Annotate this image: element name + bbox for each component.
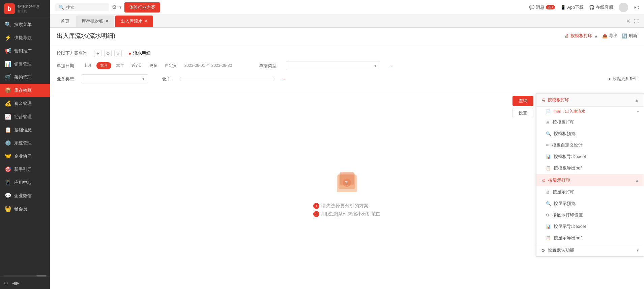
online-service-button[interactable]: 🎧 在线客服 bbox=[589, 4, 613, 10]
template-custom-action[interactable]: ✏ 模板自定义设计 bbox=[536, 139, 644, 151]
export-icon: 📤 bbox=[602, 33, 608, 38]
printer-icon: 🖨 bbox=[565, 33, 569, 38]
sidebar-item-label: 经营管理 bbox=[14, 114, 32, 120]
excel-icon: 📊 bbox=[546, 154, 551, 159]
sidebar-item-finance[interactable]: 💰 资金管理 bbox=[0, 97, 50, 110]
template-print-button[interactable]: 🖨 按模板打印 ▲ bbox=[565, 33, 598, 39]
tab-flow[interactable]: 出入库流水 ✕ bbox=[115, 16, 153, 27]
tab-batch-close-icon[interactable]: ✕ bbox=[106, 19, 109, 23]
headset-icon: 🎧 bbox=[589, 5, 594, 10]
refresh-label: 刷新 bbox=[628, 33, 637, 39]
more-dots-button[interactable]: ··· bbox=[388, 63, 392, 68]
sidebar-item-sales[interactable]: 📊 销售管理 bbox=[0, 57, 50, 71]
display-preview-action[interactable]: 🔍 按显示预览 bbox=[536, 198, 644, 209]
template-print-label: 按模板打印 bbox=[570, 33, 592, 39]
business-type-select[interactable]: ▾ bbox=[81, 74, 148, 83]
chevron-down-icon: ▾ bbox=[374, 63, 377, 68]
date-option-more[interactable]: 更多 bbox=[147, 62, 160, 69]
sidebar-item-purchase[interactable]: 🛒 采购管理 bbox=[0, 71, 50, 84]
date-option-current-month[interactable]: 本月 bbox=[96, 62, 111, 69]
template-export-excel-action[interactable]: 📊 按模板导出excel bbox=[536, 151, 644, 162]
display-print-settings-action[interactable]: ⚙ 按显示打印设置 bbox=[536, 209, 644, 221]
template-export-pdf-action[interactable]: 📋 按模板导出pdf bbox=[536, 162, 644, 174]
display-export-pdf-action[interactable]: 📋 按显示导出pdf bbox=[536, 232, 644, 244]
date-field-label: 单据日期 bbox=[57, 63, 74, 69]
settings-icon[interactable]: ⚙ bbox=[4, 281, 8, 286]
sidebar-item-business[interactable]: 📈 经营管理 bbox=[0, 110, 50, 123]
sidebar-item-marketing[interactable]: 📢 营销推广 bbox=[0, 44, 50, 57]
search-input[interactable] bbox=[66, 5, 100, 10]
step-1-number: 1 bbox=[313, 203, 319, 209]
export-button[interactable]: 📤 导出 bbox=[602, 33, 618, 39]
crown-icon: 👑 bbox=[5, 206, 11, 212]
page-header: 出入库流水(流水明细) 🖨 按模板打印 ▲ 📤 导出 🔄 刷新 bbox=[50, 28, 644, 44]
filter-action-buttons: + ⚙ « bbox=[94, 50, 122, 57]
template-preview-action[interactable]: 🔍 按模板预览 bbox=[536, 128, 644, 139]
settings-default-icon: ⚙ bbox=[541, 248, 545, 253]
column-settings-button[interactable]: 设置 bbox=[513, 108, 533, 118]
sidebar-item-member[interactable]: 👑 畅会员 bbox=[0, 202, 50, 215]
collapse-filter-button[interactable]: « bbox=[114, 50, 122, 57]
date-option-custom[interactable]: 自定义 bbox=[162, 62, 180, 69]
pdf-icon: 📋 bbox=[546, 236, 551, 240]
tab-batch-account[interactable]: 库存批次账 ✕ bbox=[76, 16, 114, 27]
sidebar-item-label: 应用中心 bbox=[14, 180, 32, 186]
document-type-select[interactable]: ▾ bbox=[286, 61, 380, 70]
chevron-up-icon: ▲ bbox=[594, 33, 598, 38]
sub-tag-label: 流水明细 bbox=[133, 50, 151, 56]
current-template-label: 当前：出入库流水 bbox=[553, 109, 585, 114]
tab-batch-account-label: 库存批次账 bbox=[82, 18, 104, 24]
chevron-down-icon: ▾ bbox=[142, 76, 145, 81]
sidebar-item-apps[interactable]: 📱 应用中心 bbox=[0, 176, 50, 189]
filter-settings-button[interactable]: ⚙ bbox=[104, 50, 112, 57]
tab-flow-close-icon[interactable]: ✕ bbox=[145, 19, 148, 23]
add-filter-button[interactable]: + bbox=[94, 50, 101, 57]
design-icon: ✏ bbox=[546, 143, 549, 148]
date-option-current-year[interactable]: 本年 bbox=[113, 62, 127, 69]
tab-home[interactable]: 首页 bbox=[55, 16, 75, 27]
dropdown-arrow-icon[interactable]: ▾ bbox=[119, 5, 122, 10]
warehouse-select[interactable] bbox=[180, 77, 274, 81]
sidebar-item-label: 搜索菜单 bbox=[14, 22, 32, 28]
template-doc-icon: 📄 bbox=[546, 109, 551, 114]
trend-icon: 📈 bbox=[5, 113, 11, 120]
sidebar-item-guide[interactable]: 🎯 新手引导 bbox=[0, 163, 50, 176]
sidebar-item-system[interactable]: ⚙️ 系统管理 bbox=[0, 136, 50, 150]
refresh-button[interactable]: 🔄 刷新 bbox=[622, 33, 637, 39]
app-download-button[interactable]: 📱 App下载 bbox=[560, 4, 584, 10]
settings-gear-icon[interactable]: ⚙ bbox=[112, 4, 117, 10]
template-print-action[interactable]: 🖨 按模板打印 bbox=[536, 116, 644, 128]
current-template-item[interactable]: 📄 当前：出入库流水 ▾ bbox=[536, 107, 644, 116]
query-button[interactable]: 查询 bbox=[513, 96, 533, 106]
right-panel-header: 🖨 按模板打印 ▲ bbox=[536, 94, 644, 107]
fold-icon[interactable]: ◀▶ bbox=[12, 280, 20, 286]
template-export-excel-label: 按模板导出excel bbox=[554, 154, 586, 160]
collapse-button[interactable]: ▲ 收起更多条件 bbox=[608, 76, 637, 82]
warehouse-more-dots[interactable]: ··· bbox=[283, 76, 286, 81]
maximize-window-icon[interactable]: ⛶ bbox=[634, 19, 639, 24]
sidebar-item-basic[interactable]: 📋 基础信息 bbox=[0, 123, 50, 136]
display-print-action[interactable]: 🖨 按显示打印 bbox=[536, 186, 644, 198]
sidebar-item-search[interactable]: 🔍 搜索菜单 bbox=[0, 18, 50, 31]
display-print-settings-label: 按显示打印设置 bbox=[552, 212, 583, 218]
display-print-header[interactable]: 🖨 按显示打印 ▲ bbox=[536, 174, 644, 186]
panel-collapse-arrow[interactable]: ▲ bbox=[635, 98, 639, 103]
filter-label: 按以下方案查询 bbox=[57, 50, 87, 56]
message-button[interactable]: 💬 消息 99+ bbox=[529, 4, 555, 10]
industry-solution-button[interactable]: 体验行业方案 bbox=[124, 2, 160, 12]
export-label: 导出 bbox=[609, 33, 618, 39]
chevron-up-icon: ▲ bbox=[608, 77, 612, 81]
sidebar-item-quick-nav[interactable]: ⚡ 快捷导航 bbox=[0, 31, 50, 44]
right-panel-footer[interactable]: ⚙ 设置默认功能 ▾ bbox=[536, 244, 644, 256]
sidebar-item-wechat[interactable]: 💬 企业微信 bbox=[0, 189, 50, 202]
sidebar-item-label: 畅会员 bbox=[14, 206, 27, 212]
sidebar-item-enterprise[interactable]: 🤝 企业协同 bbox=[0, 150, 50, 163]
display-print-action-label: 按显示打印 bbox=[553, 189, 575, 195]
date-option-last-month[interactable]: 上月 bbox=[81, 62, 94, 69]
sidebar-item-label: 系统管理 bbox=[14, 140, 32, 146]
display-export-excel-action[interactable]: 📊 按显示导出excel bbox=[536, 221, 644, 232]
close-window-icon[interactable]: ✕ bbox=[626, 18, 631, 24]
date-option-last-7days[interactable]: 近7天 bbox=[129, 62, 145, 69]
topbar-search-box[interactable]: 🔍 bbox=[55, 3, 109, 11]
sidebar-item-inventory[interactable]: 📦 库存核算 bbox=[0, 84, 50, 97]
